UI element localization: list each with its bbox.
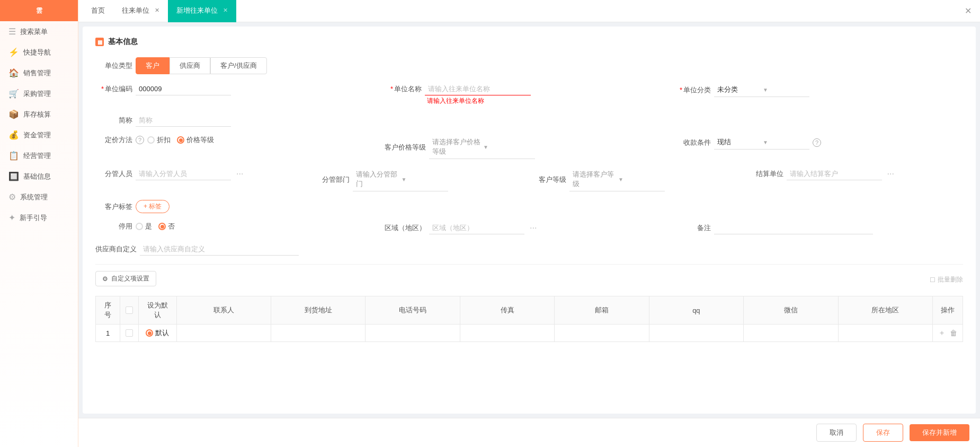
settlement-label: 结算单位 <box>746 169 783 179</box>
save-button[interactable]: 保存 <box>863 424 903 442</box>
email-input[interactable] <box>560 329 643 337</box>
payment-help-icon[interactable]: ? <box>813 138 821 147</box>
sales-icon: 🏠 <box>8 68 19 78</box>
payment-terms-label: 收款条件 <box>674 138 711 147</box>
cell-contact[interactable] <box>176 325 271 342</box>
tag-field: 客户标签 + 标签 <box>95 200 963 213</box>
unit-category-select[interactable]: 未分类 ▼ <box>714 83 809 97</box>
region-input[interactable] <box>429 222 524 234</box>
sidebar-item-search-menu[interactable]: ☰ 搜索菜单 <box>0 21 78 42</box>
sidebar: 雲 ☰ 搜索菜单 ⚡ 快捷导航 🏠 销售管理 🛒 采购管理 📦 库存核算 💰 资… <box>0 0 78 447</box>
ops-icon: 📋 <box>8 151 19 161</box>
sidebar-item-basic-info[interactable]: 🔲 基础信息 <box>0 166 78 187</box>
custom-setting-button[interactable]: ⚙ 自定义项设置 <box>95 271 156 286</box>
save-and-new-button[interactable]: 保存并新增 <box>910 424 969 441</box>
add-row-btn[interactable]: ＋ <box>938 328 946 338</box>
table-header-row: 序号 设为默认 联系人 到货地址 电话号码 传真 邮箱 qq 微信 所在地区 操… <box>96 296 963 325</box>
note-input[interactable] <box>714 222 873 234</box>
unit-code-label: *单位编码 <box>95 84 132 94</box>
sidebar-item-label: 新手引导 <box>20 213 47 223</box>
sidebar-item-label: 系统管理 <box>20 192 48 202</box>
section-basic-info: ▦ 基本信息 <box>95 37 963 47</box>
sidebar-item-quick-nav[interactable]: ⚡ 快捷导航 <box>0 42 78 63</box>
select-all-checkbox[interactable] <box>126 306 133 314</box>
search-menu-icon: ☰ <box>8 27 16 37</box>
sidebar-item-purchase-mgmt[interactable]: 🛒 采购管理 <box>0 83 78 104</box>
customer-level-select[interactable]: 请选择客户等级 ▼ <box>569 168 665 191</box>
address-input[interactable] <box>277 329 360 337</box>
pricing-field: 定价方法 ? 折扣 价格等级 <box>95 135 385 145</box>
payment-terms-select[interactable]: 现结 ▼ <box>714 135 809 150</box>
pricing-help-icon[interactable]: ? <box>136 136 144 144</box>
add-tag-button[interactable]: + 标签 <box>136 200 170 213</box>
pricing-level-radio[interactable]: 价格等级 <box>177 135 214 145</box>
cell-region[interactable] <box>838 325 932 342</box>
qq-input[interactable] <box>655 329 738 337</box>
pricing-discount-radio[interactable]: 折扣 <box>147 135 171 145</box>
cancel-button[interactable]: 取消 <box>816 424 857 442</box>
sidebar-logo: 雲 <box>0 0 78 21</box>
alias-field: 简称 <box>95 114 963 127</box>
row-actions: ＋ 🗑 <box>938 328 957 338</box>
settlement-more-btn[interactable]: ··· <box>885 169 896 179</box>
sidebar-item-funds-mgmt[interactable]: 💰 资金管理 <box>0 125 78 145</box>
disabled-no-radio[interactable]: 否 <box>158 222 175 231</box>
unit-name-input[interactable] <box>425 83 531 95</box>
department-select[interactable]: 请输入分管部门 ▼ <box>353 168 448 191</box>
sidebar-item-label: 快捷导航 <box>23 48 51 57</box>
row-region-input[interactable] <box>844 329 927 337</box>
unit-code-input[interactable] <box>136 83 231 95</box>
tab-new-contact[interactable]: 新增往来单位 ✕ <box>168 0 236 22</box>
manager-input[interactable] <box>136 168 231 180</box>
row-default-radio[interactable] <box>146 329 153 337</box>
col-address: 到货地址 <box>271 296 366 325</box>
region-more-btn[interactable]: ··· <box>528 223 539 233</box>
chevron-down-icon: ▼ <box>618 177 662 182</box>
unit-type-label: 单位类型 <box>95 61 132 71</box>
unit-type-customer-btn[interactable]: 客户 <box>136 57 170 74</box>
disabled-yes-radio[interactable]: 是 <box>136 222 152 231</box>
cell-wechat[interactable] <box>744 325 838 342</box>
main-close-button[interactable]: ✕ <box>960 6 976 16</box>
phone-input[interactable] <box>371 329 454 337</box>
settlement-input[interactable] <box>787 168 882 180</box>
sidebar-item-label: 搜索菜单 <box>20 27 48 37</box>
sidebar-item-inventory[interactable]: 📦 库存核算 <box>0 104 78 125</box>
cell-email[interactable] <box>555 325 649 342</box>
unit-type-field: 单位类型 客户 供应商 客户/供应商 <box>95 57 963 74</box>
sidebar-item-ops-mgmt[interactable]: 📋 经营管理 <box>0 145 78 166</box>
tab-home[interactable]: 首页 <box>83 0 113 22</box>
unit-type-supplier-btn[interactable]: 供应商 <box>170 57 210 74</box>
cell-qq[interactable] <box>649 325 744 342</box>
tab-contacts[interactable]: 往来单位 ✕ <box>113 0 168 22</box>
alias-label: 简称 <box>95 116 132 125</box>
delete-row-btn[interactable]: 🗑 <box>950 329 957 337</box>
tab-new-contact-close[interactable]: ✕ <box>223 7 228 14</box>
supplier-custom-input[interactable] <box>140 243 299 256</box>
contact-input[interactable] <box>182 329 265 337</box>
col-phone: 电话号码 <box>366 296 460 325</box>
batch-delete-btn[interactable]: ☐ 批量删除 <box>930 275 963 284</box>
tab-contacts-close[interactable]: ✕ <box>155 7 159 14</box>
cell-fax[interactable] <box>460 325 554 342</box>
col-qq: qq <box>649 296 744 325</box>
col-fax: 传真 <box>460 296 554 325</box>
cell-address[interactable] <box>271 325 366 342</box>
fax-input[interactable] <box>466 329 549 337</box>
unit-type-both-btn[interactable]: 客户/供应商 <box>210 57 267 74</box>
section-icon: ▦ <box>95 38 104 46</box>
col-check <box>120 296 139 325</box>
sidebar-item-sales-mgmt[interactable]: 🏠 销售管理 <box>0 63 78 83</box>
row-checkbox[interactable] <box>126 329 133 337</box>
pricing-label: 定价方法 <box>95 135 132 145</box>
sidebar-item-sys-mgmt[interactable]: ⚙ 系统管理 <box>0 187 78 207</box>
manager-more-btn[interactable]: ··· <box>234 169 245 179</box>
sidebar-item-new-guide[interactable]: ✦ 新手引导 <box>0 207 78 228</box>
table-section: ⚙ 自定义项设置 ☐ 批量删除 序号 设为默认 联系人 到货地址 电话号 <box>95 264 963 342</box>
cell-no: 1 <box>96 325 120 342</box>
cell-phone[interactable] <box>366 325 460 342</box>
customer-price-level-select[interactable]: 请选择客户价格等级 ▼ <box>429 135 535 159</box>
wechat-input[interactable] <box>749 329 832 337</box>
alias-input[interactable] <box>136 114 231 127</box>
cell-check[interactable] <box>120 325 139 342</box>
